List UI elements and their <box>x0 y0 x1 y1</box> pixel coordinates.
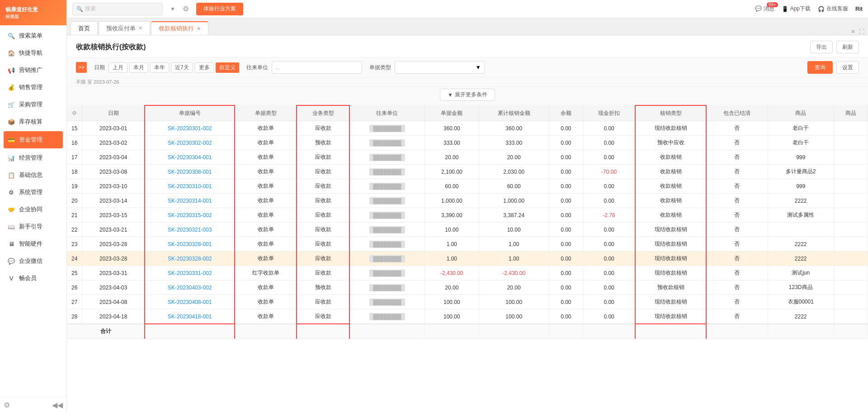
expand-conditions-btn[interactable]: ▼ 展开更多条件 <box>440 89 495 101</box>
sidebar-item-vip[interactable]: V畅会员 <box>0 270 66 287</box>
doc-no-link[interactable]: SK-20230328-002 <box>168 256 212 262</box>
doc-no-link[interactable]: SK-20230315-002 <box>168 212 212 218</box>
online-service-label: 在线客服 <box>826 5 848 13</box>
quick-nav-icon: 🏠 <box>7 50 15 57</box>
table-row[interactable]: 23 2023-03-28 SK-20230328-001 收款单 应收款 ██… <box>67 237 868 252</box>
table-wrap[interactable]: ⚙ 日期 单据编号 单据类型 业务类型 往来单位 单据金额 累计核销金额 余额 … <box>67 105 868 413</box>
app-download-area[interactable]: 📱 App下载 <box>782 5 811 13</box>
doc-no-link[interactable]: SK-20230321-003 <box>168 227 212 233</box>
row-balance: 0.00 <box>549 252 583 266</box>
sidebar-item-corp-collab[interactable]: 🤝企业协同 <box>0 201 66 218</box>
search-bar[interactable]: 🔍 搜索 <box>72 3 163 15</box>
message-area[interactable]: 💬 消息 99+ <box>755 5 774 13</box>
table-row[interactable]: 17 2023-03-04 SK-20230304-001 收款单 应收款 ██… <box>67 150 868 165</box>
tab-collect-close[interactable]: ✕ <box>197 26 201 32</box>
doc-no-link[interactable]: SK-20230301-002 <box>168 125 212 132</box>
table-row[interactable]: 21 2023-03-15 SK-20230315-002 收款单 应收款 ██… <box>67 208 868 223</box>
sidebar-item-finance[interactable]: 💳资金管理 <box>4 131 63 148</box>
sidebar-item-corp-wechat[interactable]: 💬企业微信 <box>0 252 66 270</box>
table-row[interactable]: 26 2023-04-03 SK-20230403-002 收款单 预收款 ██… <box>67 280 868 295</box>
doc-no-link[interactable]: SK-20230331-002 <box>168 270 212 276</box>
this-month-btn[interactable]: 本月 <box>129 62 148 73</box>
tab-collect[interactable]: 收款核销执行 ✕ <box>151 21 208 35</box>
doc-no-link[interactable]: SK-20230302-002 <box>168 140 212 146</box>
setting-button[interactable]: 设置 <box>836 61 859 74</box>
sidebar-item-operation[interactable]: 📊经营管理 <box>0 149 66 166</box>
row-doc-type: 收款单 <box>235 136 297 150</box>
table-row[interactable]: 20 2023-03-14 SK-20230314-001 收款单 应收款 ██… <box>67 194 868 208</box>
user-area[interactable]: Rit <box>855 6 863 12</box>
sidebar-item-system[interactable]: ⚙系统管理 <box>0 184 66 201</box>
settings-icon[interactable]: ⚙ <box>4 401 10 409</box>
sidebar-item-sales[interactable]: 💰销售管理 <box>0 79 66 96</box>
gear-icon[interactable]: ⚙ <box>183 5 189 13</box>
col-config-header[interactable]: ⚙ <box>67 105 82 121</box>
doc-no-link[interactable]: SK-20230403-002 <box>168 285 212 291</box>
refresh-button[interactable]: 刷新 <box>836 41 859 53</box>
sidebar-item-marketing[interactable]: 📢营销推广 <box>0 62 66 79</box>
col-doc-no-header col-doc-no col-doc-no-first: 单据编号 <box>145 105 235 121</box>
row-amount: 100.00 <box>425 309 479 324</box>
table-row[interactable]: 25 2023-03-31 SK-20230331-002 红字收款单 应收款 … <box>67 266 868 280</box>
row-doc-type: 收款单 <box>235 223 297 237</box>
export-button[interactable]: 导出 <box>810 41 833 53</box>
row-partner: ████████ <box>349 237 425 252</box>
row-cash-discount: -70.00 <box>583 165 635 179</box>
custom-btn[interactable]: 自定义 <box>216 62 239 73</box>
partner-label: 往来单位 <box>246 64 268 71</box>
doc-no-link[interactable]: SK-20230408-001 <box>168 299 212 305</box>
sidebar-item-guide[interactable]: 📖新手引导 <box>0 218 66 235</box>
close-all-icon[interactable]: ✕ <box>851 28 855 35</box>
more-btn[interactable]: 更多 <box>195 62 214 73</box>
row-accum-cancel: 10.00 <box>479 223 549 237</box>
table-row[interactable]: 22 2023-03-21 SK-20230321-003 收款单 应收款 ██… <box>67 223 868 237</box>
doc-no-link[interactable]: SK-20230418-001 <box>168 313 212 320</box>
doc-no-link[interactable]: SK-20230328-001 <box>168 241 212 247</box>
table-row[interactable]: 24 2023-03-28 SK-20230328-002 收款单 应收款 ██… <box>67 252 868 266</box>
app-name: 畅康道好生意 <box>5 6 38 14</box>
row-no: 22 <box>67 223 82 237</box>
sidebar-item-search-menu[interactable]: 🔍搜索菜单 <box>0 27 66 44</box>
maximize-icon[interactable]: ⛶ <box>859 28 864 35</box>
tab-prepay[interactable]: 预收应付单 ✕ <box>99 21 150 35</box>
online-service-area[interactable]: 🎧 在线客服 <box>818 5 848 13</box>
table-row[interactable]: 19 2023-03-10 SK-20230310-001 收款单 应收款 ██… <box>67 179 868 194</box>
collapse-icon[interactable]: ◀◀ <box>52 401 63 409</box>
table-row[interactable]: 15 2023-03-01 SK-20230301-002 收款单 应收款 ██… <box>67 121 868 136</box>
doc-type-select[interactable]: ▼ <box>395 61 485 74</box>
sidebar-item-inventory[interactable]: 📦库存核算 <box>0 113 66 130</box>
sidebar-item-purchase[interactable]: 🛒采购管理 <box>0 96 66 113</box>
table-row[interactable]: 28 2023-04-18 SK-20230418-001 收款单 应收款 ██… <box>67 309 868 324</box>
table-row[interactable]: 18 2023-03-08 SK-20230308-001 收款单 应收款 ██… <box>67 165 868 179</box>
row-cancel-type: 预收中应收 <box>635 136 706 150</box>
sidebar-item-basic-info[interactable]: 📋基础信息 <box>0 166 66 184</box>
doc-no-link[interactable]: SK-20230308-001 <box>168 169 212 175</box>
solution-button[interactable]: 体验行业方案 <box>196 3 243 15</box>
row-no: 17 <box>67 150 82 165</box>
partner-input[interactable]: ... <box>272 61 362 74</box>
app-download-label: App下载 <box>790 5 811 13</box>
table-row[interactable]: 16 2023-03-02 SK-20230302-002 收款单 预收款 ██… <box>67 136 868 150</box>
row-cash-discount: 0.00 <box>583 150 635 165</box>
tab-prepay-close[interactable]: ✕ <box>138 25 142 31</box>
dropdown-icon[interactable]: ▼ <box>170 6 175 12</box>
doc-no-link[interactable]: SK-20230314-001 <box>168 198 212 204</box>
row-biz-type: 应收款 <box>297 194 349 208</box>
last-month-btn[interactable]: 上月 <box>108 62 127 73</box>
last-7days-btn[interactable]: 近7天 <box>171 62 193 73</box>
this-year-btn[interactable]: 本年 <box>150 62 169 73</box>
tab-home-label: 首页 <box>78 24 90 33</box>
doc-no-link[interactable]: SK-20230310-001 <box>168 183 212 190</box>
tab-home[interactable]: 首页 <box>71 21 98 35</box>
query-button[interactable]: 查询 <box>807 61 833 74</box>
summary-label: 合计 <box>67 324 145 339</box>
row-accum-cancel: 100.00 <box>479 309 549 324</box>
sidebar-item-quick-nav[interactable]: 🏠快捷导航 <box>0 44 66 62</box>
row-amount: 10.00 <box>425 223 479 237</box>
table-row[interactable]: 27 2023-04-08 SK-20230408-001 收款单 应收款 ██… <box>67 295 868 309</box>
sidebar-item-smart-hw[interactable]: 🖥智能硬件 <box>0 235 66 252</box>
doc-no-link[interactable]: SK-20230304-001 <box>168 154 212 161</box>
filter-collapse-btn[interactable]: >> <box>76 62 87 73</box>
sidebar-label-marketing: 营销推广 <box>19 66 42 74</box>
row-accum-cancel: -2,430.00 <box>479 266 549 280</box>
